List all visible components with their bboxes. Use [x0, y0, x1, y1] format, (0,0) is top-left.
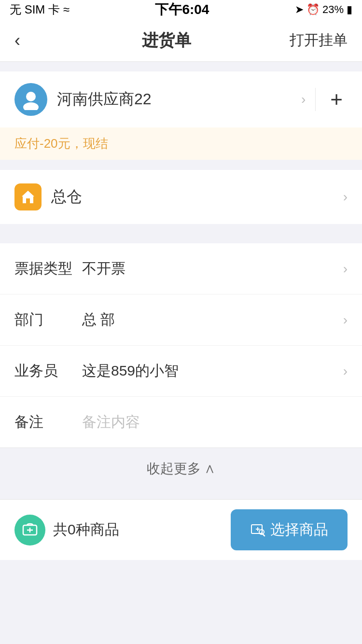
collapse-label: 收起更多 ∧: [147, 460, 216, 478]
cart-icon-wrap: [14, 515, 45, 546]
department-value: 总 部: [72, 310, 343, 330]
location-icon: ➤: [295, 3, 304, 16]
select-product-button[interactable]: 选择商品: [231, 509, 348, 550]
department-label: 部门: [14, 310, 72, 330]
salesperson-chevron-icon: ›: [343, 364, 348, 379]
add-supplier-button[interactable]: +: [325, 87, 348, 112]
supplier-chevron-icon: ›: [301, 92, 306, 107]
invoice-chevron-icon: ›: [343, 261, 348, 277]
section-gap-3: [0, 224, 362, 234]
section-gap-4: [0, 490, 362, 499]
cart-icon: [21, 521, 39, 539]
status-bar-time: 下午6:04: [155, 0, 209, 19]
remark-row[interactable]: 备注 备注内容: [0, 397, 362, 448]
warehouse-chevron-icon: ›: [343, 189, 348, 205]
bottom-gray-area: [0, 560, 362, 644]
notice-bar: 应付-20元，现结: [0, 127, 362, 160]
battery-level: 23%: [322, 3, 344, 16]
select-product-icon: [250, 522, 265, 538]
alarm-icon: ⏰: [306, 3, 320, 16]
form-section: 票据类型 不开票 › 部门 总 部 › 业务员 这是859的小智 › 备注 备注…: [0, 243, 362, 448]
open-pending-button[interactable]: 打开挂单: [290, 30, 348, 50]
svg-point-0: [26, 92, 36, 101]
back-icon: ‹: [14, 30, 20, 50]
product-count-area: 共0种商品: [14, 515, 119, 546]
battery-icon: ▮: [347, 3, 352, 16]
status-bar-right: ➤ ⏰ 23% ▮: [295, 3, 352, 16]
department-chevron-icon: ›: [343, 312, 348, 328]
house-icon: [20, 189, 36, 205]
section-gap-1: [0, 62, 362, 71]
status-bar-left: 无 SIM 卡 ≈: [10, 2, 70, 17]
remark-input[interactable]: 备注内容: [72, 412, 348, 432]
salesperson-row[interactable]: 业务员 这是859的小智 ›: [0, 346, 362, 397]
supplier-section: 河南供应商22 › + 应付-20元，现结: [0, 71, 362, 160]
supplier-row[interactable]: 河南供应商22 › +: [0, 71, 362, 127]
sim-status: 无 SIM 卡 ≈: [10, 2, 70, 17]
svg-point-1: [23, 102, 39, 110]
supplier-divider: [315, 88, 316, 111]
remark-label: 备注: [14, 412, 72, 432]
nav-bar: ‹ 进货单 打开挂单: [0, 19, 362, 62]
salesperson-value: 这是859的小智: [72, 361, 343, 381]
supplier-name: 河南供应商22: [57, 89, 301, 110]
department-row[interactable]: 部门 总 部 ›: [0, 294, 362, 346]
notice-text: 应付-20元，现结: [14, 136, 108, 151]
salesperson-label: 业务员: [14, 361, 72, 381]
svg-rect-2: [26, 198, 30, 203]
status-bar: 无 SIM 卡 ≈ 下午6:04 ➤ ⏰ 23% ▮: [0, 0, 362, 19]
bottom-bar: 共0种商品 选择商品: [0, 499, 362, 560]
collapse-row[interactable]: 收起更多 ∧: [0, 448, 362, 490]
invoice-type-label: 票据类型: [14, 259, 72, 279]
warehouse-name: 总仓: [51, 186, 343, 208]
back-button[interactable]: ‹: [14, 30, 43, 51]
select-product-label: 选择商品: [270, 520, 328, 540]
product-count: 共0种商品: [53, 520, 119, 540]
invoice-type-value: 不开票: [72, 259, 343, 279]
warehouse-section: 总仓 ›: [0, 169, 362, 224]
warehouse-row[interactable]: 总仓 ›: [0, 169, 362, 224]
warehouse-icon: [14, 183, 42, 210]
page-title: 进货单: [142, 29, 191, 52]
invoice-type-row[interactable]: 票据类型 不开票 ›: [0, 243, 362, 294]
supplier-avatar: [14, 83, 47, 116]
section-gap-2: [0, 160, 362, 169]
person-icon: [20, 89, 42, 110]
